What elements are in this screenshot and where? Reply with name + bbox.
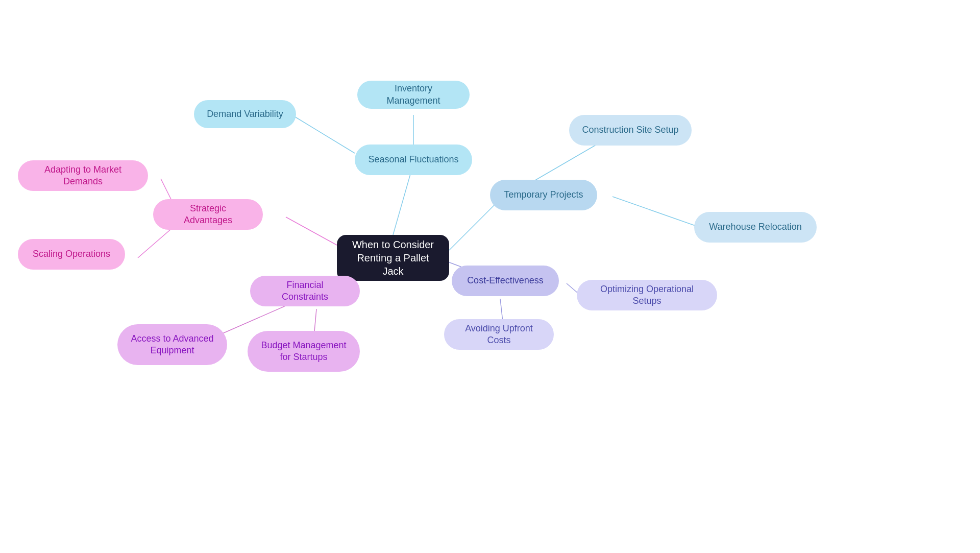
- warehouse-relocation-label: Warehouse Relocation: [709, 221, 801, 233]
- scaling-operations-node: Scaling Operations: [18, 239, 125, 270]
- seasonal-fluctuations-node: Seasonal Fluctuations: [355, 145, 472, 175]
- center-label: When to Consider Renting a Pallet Jack: [349, 238, 437, 278]
- svg-line-10: [500, 299, 503, 322]
- strategic-advantages-node: Strategic Advantages: [153, 199, 263, 230]
- strategic-advantages-label: Strategic Advantages: [165, 203, 251, 227]
- access-to-advanced-equipment-label: Access to Advanced Equipment: [130, 333, 215, 357]
- demand-variability-label: Demand Variability: [207, 108, 283, 120]
- inventory-management-node: Inventory Management: [357, 81, 470, 109]
- avoiding-upfront-costs-label: Avoiding Upfront Costs: [456, 323, 542, 347]
- center-node: When to Consider Renting a Pallet Jack: [337, 235, 449, 281]
- scaling-operations-label: Scaling Operations: [33, 248, 110, 260]
- construction-site-setup-node: Construction Site Setup: [569, 115, 692, 146]
- cost-effectiveness-label: Cost-Effectiveness: [467, 275, 544, 286]
- seasonal-fluctuations-label: Seasonal Fluctuations: [368, 154, 458, 165]
- svg-line-6: [286, 217, 337, 245]
- budget-management-for-startups-label: Budget Management for Startups: [260, 340, 348, 364]
- inventory-management-label: Inventory Management: [370, 83, 457, 107]
- temporary-projects-node: Temporary Projects: [490, 180, 597, 210]
- cost-effectiveness-node: Cost-Effectiveness: [452, 266, 559, 296]
- optimizing-operational-setups-label: Optimizing Operational Setups: [589, 283, 705, 307]
- financial-constraints-label: Financial Constraints: [262, 279, 348, 303]
- optimizing-operational-setups-node: Optimizing Operational Setups: [577, 280, 717, 310]
- access-to-advanced-equipment-node: Access to Advanced Equipment: [117, 324, 227, 365]
- svg-line-2: [293, 116, 355, 153]
- adapting-to-market-demands-label: Adapting to Market Demands: [30, 164, 136, 188]
- svg-line-5: [612, 197, 707, 230]
- demand-variability-node: Demand Variability: [194, 100, 296, 128]
- temporary-projects-label: Temporary Projects: [504, 189, 583, 201]
- budget-management-for-startups-node: Budget Management for Startups: [248, 331, 360, 372]
- warehouse-relocation-node: Warehouse Relocation: [694, 212, 817, 243]
- financial-constraints-node: Financial Constraints: [250, 276, 360, 306]
- construction-site-setup-label: Construction Site Setup: [582, 124, 678, 136]
- adapting-to-market-demands-node: Adapting to Market Demands: [18, 160, 148, 191]
- mindmap-container: When to Consider Renting a Pallet Jack S…: [0, 0, 980, 553]
- avoiding-upfront-costs-node: Avoiding Upfront Costs: [444, 319, 554, 350]
